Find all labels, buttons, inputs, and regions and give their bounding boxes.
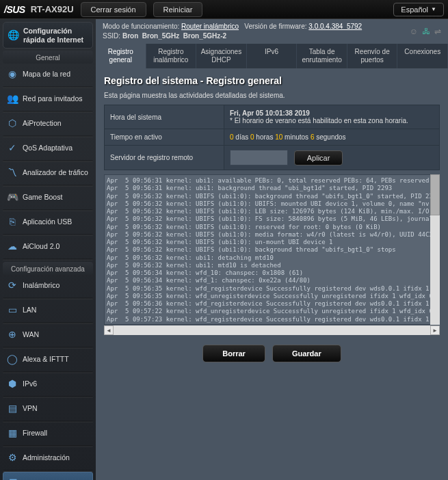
sidebar-item-label: Analizador de tráfico bbox=[23, 168, 88, 177]
client-icon[interactable]: ☺ bbox=[410, 26, 418, 38]
sidebar-item-label: IPv6 bbox=[23, 379, 37, 388]
sidebar: 🌐 Configuración rápida de Internet Gener… bbox=[0, 19, 96, 480]
menu-icon: ☰ bbox=[7, 477, 19, 480]
wifi-icon[interactable]: 🖧 bbox=[422, 26, 430, 38]
sidebar-item-ipv6[interactable]: ⬢IPv6 bbox=[3, 373, 93, 394]
save-button[interactable]: Guardar bbox=[272, 345, 341, 362]
tab-tabla-de-enrutamiento[interactable]: Tabla de enrutamiento bbox=[297, 44, 347, 68]
sidebar-item-qos-adaptativa[interactable]: ✓QoS Adaptativa bbox=[3, 137, 93, 158]
status-icons: ☺ 🖧 ⇌ bbox=[410, 22, 441, 41]
sidebar-item-vpn[interactable]: ▤VPN bbox=[3, 398, 93, 418]
log-textarea[interactable]: Apr 5 09:56:31 kernel: ubi1: available P… bbox=[104, 174, 440, 325]
tab-asignaciones-dhcp[interactable]: Asignaciones DHCP bbox=[196, 44, 247, 68]
sidebar-item-label: QoS Adaptativa bbox=[23, 144, 73, 152]
status-line: Modo de funcionamiento: Router inalámbri… bbox=[103, 22, 362, 41]
sidebar-item-label: Red para invitados bbox=[23, 94, 83, 103]
sidebar-item-inal-mbrico[interactable]: ⟳Inalámbrico bbox=[3, 275, 93, 295]
tab-registro-general[interactable]: Registro general bbox=[96, 44, 146, 68]
subtabs: Registro generalRegistro inalámbricoAsig… bbox=[96, 44, 448, 68]
sidebar-item-label: Inalámbrico bbox=[23, 281, 60, 290]
fw-link[interactable]: 3.0.0.4.384_5792 bbox=[308, 23, 362, 30]
sidebar-item-label: Alexa & IFTTT bbox=[23, 355, 69, 364]
model-name: RT-AX92U bbox=[31, 4, 74, 14]
sidebar-item-aiprotection[interactable]: ⬡AiProtection bbox=[3, 113, 93, 133]
sidebar-item-label: Aplicación USB bbox=[23, 217, 72, 226]
sidebar-item-label: Administración bbox=[23, 453, 70, 462]
usb-icon[interactable]: ⇌ bbox=[434, 26, 441, 38]
tab-registro-inal-mbrico[interactable]: Registro inalámbrico bbox=[146, 44, 197, 68]
systime-label: Hora del sistema bbox=[105, 105, 224, 129]
general-header: General bbox=[3, 51, 93, 64]
sidebar-item-analizador-de-tr-fico[interactable]: 〽Analizador de tráfico bbox=[3, 162, 93, 183]
sidebar-item-registro-del-sistema[interactable]: ☰Registro del sistema bbox=[3, 472, 93, 480]
menu-icon: 🎮 bbox=[6, 191, 18, 203]
quick-setup-label: Configuración rápida de Internet bbox=[23, 27, 89, 44]
vertical-scrollbar[interactable] bbox=[430, 174, 440, 325]
clear-button[interactable]: Borrar bbox=[202, 345, 265, 362]
menu-icon: ⎘ bbox=[6, 215, 18, 228]
sidebar-item-label: AiCloud 2.0 bbox=[23, 242, 60, 251]
sidebar-item-label: Game Boost bbox=[23, 193, 62, 202]
sidebar-item-label: WAN bbox=[23, 330, 39, 339]
sidebar-item-label: Firewall bbox=[23, 429, 47, 438]
horizontal-scrollbar[interactable]: ◄ ► bbox=[104, 325, 440, 335]
menu-icon: ✓ bbox=[6, 142, 18, 154]
scroll-right-icon[interactable]: ► bbox=[430, 325, 440, 335]
dst-note: * El horario de verano está habilitado e… bbox=[230, 117, 408, 124]
main-panel: Modo de funcionamiento: Router inalámbri… bbox=[96, 19, 448, 480]
sidebar-item-firewall[interactable]: ▦Firewall bbox=[3, 423, 93, 443]
remote-label: Servidor de registro remoto bbox=[105, 146, 224, 170]
sidebar-item-aicloud-2-0[interactable]: ☁AiCloud 2.0 bbox=[3, 236, 93, 256]
mode-link[interactable]: Router inalámbrico bbox=[181, 23, 239, 30]
language-select[interactable]: Español bbox=[393, 3, 444, 16]
quick-setup-button[interactable]: 🌐 Configuración rápida de Internet bbox=[3, 22, 93, 49]
brand-logo: /SUS bbox=[4, 4, 25, 15]
sidebar-item-mapa-de-la-red[interactable]: ◉Mapa de la red bbox=[3, 64, 93, 84]
remote-log-input[interactable] bbox=[230, 150, 288, 165]
sidebar-item-lan[interactable]: ▭LAN bbox=[3, 299, 93, 320]
menu-icon: ⚙ bbox=[6, 451, 18, 464]
tab-conexiones[interactable]: Conexiones bbox=[397, 44, 448, 68]
apply-button[interactable]: Aplicar bbox=[294, 150, 343, 165]
tab-reenv-o-de-puertos[interactable]: Reenvío de puertos bbox=[347, 44, 398, 68]
menu-icon: ⬢ bbox=[6, 377, 18, 390]
sidebar-item-label: VPN bbox=[23, 404, 38, 413]
menu-icon: ▭ bbox=[6, 304, 18, 316]
page-desc: Esta página muestra las actividades deta… bbox=[104, 92, 440, 99]
menu-icon: ◉ bbox=[6, 68, 18, 80]
top-bar: /SUS RT-AX92U Cerrar sesión Reiniciar Es… bbox=[0, 0, 448, 19]
sidebar-item-administraci-n[interactable]: ⚙Administración bbox=[3, 447, 93, 468]
info-table: Hora del sistema Fri, Apr 05 10:01:38 20… bbox=[104, 105, 440, 170]
menu-icon: 👥 bbox=[6, 92, 18, 105]
globe-icon: 🌐 bbox=[7, 29, 19, 42]
reboot-button[interactable]: Reiniciar bbox=[153, 2, 203, 17]
uptime-value: 0 días 0 horas 10 minutos 6 segundos bbox=[224, 129, 440, 146]
sidebar-item-wan[interactable]: ⊕WAN bbox=[3, 324, 93, 345]
logout-button[interactable]: Cerrar sesión bbox=[81, 2, 146, 17]
menu-icon: 〽 bbox=[6, 166, 18, 178]
menu-icon: ⬡ bbox=[6, 117, 18, 129]
tab-ipv6[interactable]: IPv6 bbox=[247, 44, 298, 68]
menu-icon: ⊕ bbox=[6, 328, 18, 341]
sidebar-item-label: AiProtection bbox=[23, 119, 62, 128]
sidebar-item-alexa-ifttt[interactable]: ◯Alexa & IFTTT bbox=[3, 349, 93, 369]
sidebar-item-label: LAN bbox=[23, 306, 36, 315]
sidebar-item-red-para-invitados[interactable]: 👥Red para invitados bbox=[3, 88, 93, 109]
sidebar-item-label: Mapa de la red bbox=[23, 70, 70, 79]
page-title: Registro del sistema - Registro general bbox=[104, 75, 440, 86]
menu-icon: ▤ bbox=[6, 402, 18, 414]
menu-icon: ⟳ bbox=[6, 279, 18, 291]
advanced-header: Configuración avanzada bbox=[3, 262, 93, 275]
menu-icon: ☁ bbox=[6, 240, 18, 252]
uptime-label: Tiempo en activo bbox=[105, 129, 224, 146]
menu-icon: ◯ bbox=[6, 353, 18, 365]
sidebar-item-game-boost[interactable]: 🎮Game Boost bbox=[3, 187, 93, 207]
scroll-left-icon[interactable]: ◄ bbox=[104, 325, 114, 335]
menu-icon: ▦ bbox=[6, 427, 18, 439]
systime-value: Fri, Apr 05 10:01:38 2019 bbox=[230, 109, 310, 117]
sidebar-item-aplicaci-n-usb[interactable]: ⎘Aplicación USB bbox=[3, 211, 93, 232]
